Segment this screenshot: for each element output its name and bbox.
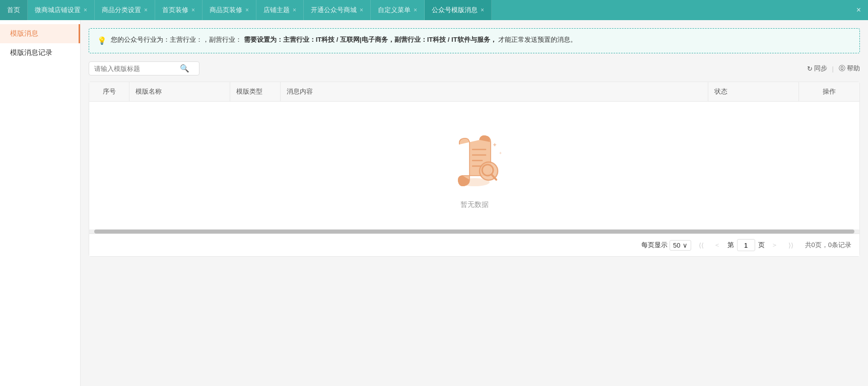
page-size-dropdown[interactable]: 50 ∨: [670, 240, 691, 251]
empty-text: 暂无数据: [460, 200, 489, 209]
page-size-value: 50: [673, 242, 680, 249]
page-number-input[interactable]: [737, 239, 755, 251]
tab-label: 商品页装修: [210, 6, 242, 15]
th-seq: 序号: [89, 82, 129, 101]
sync-icon: ↻: [807, 65, 813, 72]
th-type: 模版类型: [230, 82, 281, 101]
help-icon: ⓪: [839, 64, 845, 73]
tab-close-template-msg[interactable]: ×: [481, 7, 484, 14]
content-area: 💡 您的公众号行业为：主营行业：，副营行业： 需要设置为：主营行业：IT科技 /…: [81, 20, 868, 386]
th-action: 操作: [799, 82, 859, 101]
empty-state: ✦ ✦ 暂无数据: [89, 102, 859, 229]
page-total: 共0页，0条记录: [805, 241, 851, 250]
svg-text:✦: ✦: [492, 141, 497, 148]
page-size-label: 每页显示: [641, 241, 667, 250]
sync-label: 同步: [814, 64, 827, 73]
main-layout: 模版消息模版消息记录 💡 您的公众号行业为：主营行业：，副营行业： 需要设置为：…: [0, 20, 868, 386]
notice-banner: 💡 您的公众号行业为：主营行业：，副营行业： 需要设置为：主营行业：IT科技 /…: [89, 28, 860, 53]
help-label: 帮助: [847, 64, 860, 73]
tab-open-mall[interactable]: 开通公众号商城×: [304, 0, 371, 20]
tab-home[interactable]: 首页: [0, 0, 28, 20]
help-button[interactable]: ⓪ 帮助: [839, 64, 860, 73]
search-bar: 🔍 ↻ 同步 | ⓪ 帮助: [89, 61, 860, 75]
tab-template-msg[interactable]: 公众号模版消息×: [425, 0, 492, 20]
search-input[interactable]: [94, 65, 180, 72]
th-name: 模版名称: [129, 82, 230, 101]
empty-icon: ✦ ✦: [444, 132, 505, 192]
tab-label: 开通公众号商城: [311, 6, 357, 15]
search-input-wrap: 🔍: [89, 61, 199, 75]
next-page-button[interactable]: ＞: [769, 239, 781, 251]
tab-label: 店铺主题: [263, 6, 290, 15]
bulb-icon: 💡: [97, 35, 107, 47]
search-icon[interactable]: 🔍: [180, 64, 189, 73]
tab-label: 首页: [7, 6, 20, 15]
page-input-wrap: 第 页: [727, 239, 765, 251]
tab-label: 公众号模版消息: [432, 6, 478, 15]
table-header: 序号 模版名称 模版类型 消息内容 状态 操作: [89, 82, 859, 102]
last-page-button[interactable]: ⟩⟩: [785, 239, 797, 251]
tab-label: 微商城店铺设置: [35, 6, 81, 15]
data-table: 序号 模版名称 模版类型 消息内容 状态 操作: [89, 82, 860, 257]
top-nav: 首页微商城店铺设置×商品分类设置×首页装修×商品页装修×店铺主题×开通公众号商城…: [0, 0, 868, 20]
sidebar-item-template-msg[interactable]: 模版消息: [0, 24, 80, 43]
pagination: 每页显示 50 ∨ ⟨⟨ ＜ 第 页 ＞ ⟩⟩ 共0页，0条记录: [89, 234, 859, 256]
tab-shop-settings[interactable]: 微商城店铺设置×: [28, 0, 95, 20]
tab-close-home-decoration[interactable]: ×: [191, 7, 195, 14]
th-content: 消息内容: [281, 82, 708, 101]
divider: |: [832, 65, 834, 72]
tab-close-product-decoration[interactable]: ×: [245, 7, 249, 14]
page-label: 第: [727, 241, 734, 250]
first-page-button[interactable]: ⟨⟨: [695, 239, 707, 251]
tab-product-decoration[interactable]: 商品页装修×: [203, 0, 256, 20]
notice-highlight: 需要设置为：主营行业：IT科技 / 互联网|电子商务，副营行业：IT科技 / I…: [244, 36, 497, 43]
tab-label: 商品分类设置: [102, 6, 141, 15]
tab-category-settings[interactable]: 商品分类设置×: [95, 0, 155, 20]
page-size-select: 每页显示 50 ∨: [641, 240, 691, 251]
tab-custom-menu[interactable]: 自定义菜单×: [371, 0, 425, 20]
tab-close-open-mall[interactable]: ×: [360, 7, 363, 14]
tab-close-shop-settings[interactable]: ×: [84, 7, 87, 14]
svg-text:✦: ✦: [499, 151, 502, 156]
chevron-down-icon: ∨: [683, 242, 688, 249]
sidebar-item-template-msg-record[interactable]: 模版消息记录: [0, 43, 80, 62]
tab-label: 自定义菜单: [378, 6, 411, 15]
search-left: 🔍: [89, 61, 199, 75]
search-right: ↻ 同步 | ⓪ 帮助: [807, 64, 860, 73]
close-all-button[interactable]: ×: [849, 6, 868, 15]
prev-page-button[interactable]: ＜: [711, 239, 723, 251]
notice-text: 您的公众号行业为：主营行业：，副营行业： 需要设置为：主营行业：IT科技 / 互…: [111, 35, 577, 45]
scrollbar-thumb[interactable]: [94, 229, 854, 234]
sidebar: 模版消息模版消息记录: [0, 20, 81, 386]
th-status: 状态: [708, 82, 799, 101]
tab-close-category-settings[interactable]: ×: [144, 7, 148, 14]
sync-button[interactable]: ↻ 同步: [807, 64, 827, 73]
tab-home-decoration[interactable]: 首页装修×: [155, 0, 203, 20]
tab-shop-theme[interactable]: 店铺主题×: [256, 0, 304, 20]
tab-close-shop-theme[interactable]: ×: [293, 7, 296, 14]
page-unit: 页: [758, 241, 765, 250]
tab-close-custom-menu[interactable]: ×: [414, 7, 417, 14]
horizontal-scrollbar[interactable]: [89, 229, 859, 234]
tab-label: 首页装修: [162, 6, 188, 15]
